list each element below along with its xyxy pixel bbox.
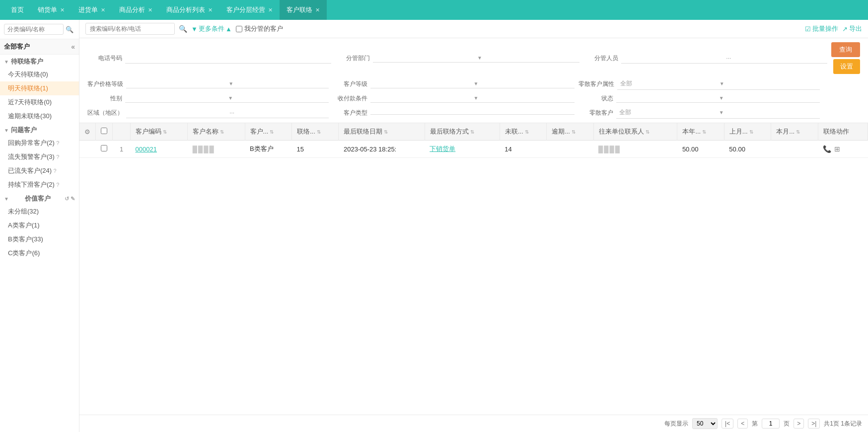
- filter-search-input[interactable]: [85, 23, 175, 35]
- per-page-label: 每页显示: [664, 420, 688, 428]
- all-customers-header[interactable]: 全部客户 «: [0, 39, 79, 55]
- filter-customer-type: 客户类型: [333, 109, 574, 117]
- filter-phone-input[interactable]: [125, 53, 331, 64]
- retail-attr-chevron-icon: ▼: [720, 81, 817, 86]
- nav-home[interactable]: 首页: [4, 0, 31, 20]
- sidebar-item-continuous-decline[interactable]: 持续下滑客户(2) ?: [0, 178, 79, 192]
- filter-region-select[interactable]: ···: [126, 108, 329, 118]
- filter-row-4: 区域（地区） ··· 客户类型 零散客户 全部: [87, 107, 860, 119]
- select-all-checkbox[interactable]: [101, 128, 107, 134]
- last-page-button[interactable]: >|: [808, 419, 820, 429]
- sort-method-icon[interactable]: ⇅: [470, 129, 474, 135]
- filter-customer-level-label: 客户等级: [333, 80, 367, 88]
- td-this-month: [771, 141, 818, 158]
- sidebar-search-input[interactable]: [4, 24, 64, 35]
- td-overdue: [547, 141, 593, 158]
- filter-customer-type-select[interactable]: [370, 111, 574, 115]
- filter-payment-select[interactable]: ▼: [370, 94, 574, 103]
- next-page-button[interactable]: >: [794, 419, 804, 429]
- filter-row-3: 性别 ▼ 收付款条件 ▼ 状态: [87, 94, 860, 103]
- sort-uncontacted-icon[interactable]: ⇅: [525, 129, 529, 135]
- table-gear-icon[interactable]: ⚙: [84, 128, 90, 136]
- per-page-select[interactable]: 50 100 200: [692, 418, 718, 429]
- my-customers-checkbox-label[interactable]: 我分管的客户: [236, 24, 283, 33]
- sort-this-month-icon[interactable]: ⇅: [796, 129, 800, 135]
- customer-code-link[interactable]: 000021: [136, 145, 157, 153]
- filter-payment: 收付款条件 ▼: [333, 94, 574, 103]
- my-customers-checkbox[interactable]: [236, 26, 242, 32]
- query-button[interactable]: 查询: [831, 42, 860, 57]
- filter-gender: 性别 ▼: [87, 94, 329, 103]
- last-contact-method-link[interactable]: 下销货单: [430, 145, 455, 152]
- sidebar-item-ungrouped[interactable]: 未分组(32): [0, 205, 79, 218]
- sidebar-item-lost-risk[interactable]: 流失预警客户(3) ?: [0, 150, 79, 164]
- close-customer-segment-icon[interactable]: ✕: [268, 7, 273, 13]
- grid-action-icon[interactable]: ⊞: [834, 145, 840, 153]
- sort-unit-contact-icon[interactable]: ⇅: [646, 129, 650, 135]
- nav-customer-segment[interactable]: 客户分层经营 ✕: [219, 0, 280, 20]
- collapse-sidebar-icon[interactable]: «: [71, 43, 75, 51]
- filter-more-conditions-button[interactable]: ▼ 更多条件 ▲: [191, 24, 232, 33]
- settings-button[interactable]: 设置: [833, 59, 860, 74]
- value-group-icons: ↺ ✎: [65, 196, 75, 202]
- filter-retail-attr-select[interactable]: 全部 ▼: [617, 78, 820, 90]
- close-sales-icon[interactable]: ✕: [60, 7, 65, 13]
- filter-dept-select[interactable]: ▼: [373, 54, 579, 63]
- td-name: ████: [188, 141, 245, 158]
- th-name: 客户名称 ⇅: [188, 123, 245, 141]
- sort-code-icon[interactable]: ⇅: [163, 129, 167, 135]
- filter-manager-select[interactable]: ···: [621, 53, 827, 64]
- sort-last-month-icon[interactable]: ⇅: [749, 129, 753, 135]
- close-product-analysis-list-icon[interactable]: ✕: [208, 7, 213, 13]
- filter-search-button[interactable]: 🔍: [179, 25, 187, 33]
- sidebar-item-class-c[interactable]: C类客户(6): [0, 246, 79, 260]
- sidebar-item-overdue[interactable]: 逾期未联络(30): [0, 109, 79, 123]
- filter-customer-value-level-label: 客户价格等级: [87, 80, 123, 88]
- filter-retail-attr: 零散客户属性 全部 ▼: [579, 78, 820, 90]
- sidebar-item-lost[interactable]: 已流失客户(24) ?: [0, 164, 79, 178]
- sidebar-search-icon[interactable]: 🔍: [66, 26, 73, 33]
- sort-last-date-icon[interactable]: ⇅: [384, 129, 388, 135]
- sidebar-item-today[interactable]: 今天待联络(0): [0, 68, 79, 81]
- manager-dots-icon[interactable]: ···: [726, 55, 824, 62]
- filter-manager: 分管人员 ···: [583, 53, 827, 64]
- filter-retail-customer: 零散客户 全部 ▼: [579, 107, 820, 119]
- filter-retail-customer-select[interactable]: 全部 ▼: [616, 107, 820, 119]
- close-purchase-icon[interactable]: ✕: [101, 7, 105, 13]
- filter-customer-level-select[interactable]: ▼: [370, 79, 574, 88]
- sort-name-icon[interactable]: ⇅: [220, 129, 224, 135]
- hint-icon-4: ?: [56, 182, 59, 188]
- hint-icon-3: ?: [53, 168, 56, 174]
- total-label: 共1页 1条记录: [824, 420, 862, 428]
- th-last-contact-date: 最后联络日期 ⇅: [339, 123, 425, 141]
- sidebar-item-repurchase-abnormal[interactable]: 回购异常客户(2) ?: [0, 136, 79, 150]
- close-customer-contact-icon[interactable]: ✕: [315, 7, 320, 13]
- close-product-analysis-icon[interactable]: ✕: [148, 7, 152, 13]
- sort-contacts-icon[interactable]: ⇅: [317, 129, 321, 135]
- nav-customer-contact[interactable]: 客户联络 ✕: [280, 0, 327, 20]
- nav-purchase[interactable]: 进货单 ✕: [72, 0, 112, 20]
- export-button[interactable]: ↗ 导出: [842, 24, 862, 33]
- sort-overdue-icon[interactable]: ⇅: [572, 129, 576, 135]
- nav-sales[interactable]: 销货单 ✕: [31, 0, 72, 20]
- phone-action-icon[interactable]: 📞: [823, 145, 831, 153]
- sort-type-icon[interactable]: ⇅: [270, 129, 274, 135]
- region-dots-icon[interactable]: ···: [229, 109, 326, 116]
- sidebar-item-tomorrow[interactable]: 明天待联络(1): [0, 81, 79, 95]
- sidebar-item-class-b[interactable]: B类客户(33): [0, 232, 79, 246]
- first-page-button[interactable]: |<: [722, 419, 733, 429]
- top-nav: 首页 销货单 ✕ 进货单 ✕ 商品分析 ✕ 商品分析列表 ✕ 客户分层经营 ✕ …: [0, 0, 868, 20]
- nav-product-analysis[interactable]: 商品分析 ✕: [112, 0, 159, 20]
- td-last-contact-method: 下销货单: [425, 141, 500, 158]
- nav-product-analysis-list[interactable]: 商品分析列表 ✕: [159, 0, 219, 20]
- sidebar-item-7days[interactable]: 近7天待联络(0): [0, 95, 79, 109]
- prev-page-button[interactable]: <: [737, 419, 748, 429]
- row-checkbox[interactable]: [101, 145, 107, 151]
- sidebar-item-class-a[interactable]: A类客户(1): [0, 218, 79, 232]
- filter-status-select[interactable]: ▼: [616, 94, 820, 103]
- batch-op-button[interactable]: ☑ 批量操作: [805, 24, 838, 33]
- sort-this-year-icon[interactable]: ⇅: [702, 129, 706, 135]
- filter-gender-select[interactable]: ▼: [125, 94, 329, 103]
- filter-customer-value-level-select[interactable]: ▼: [126, 79, 329, 88]
- page-number-input[interactable]: [762, 419, 780, 429]
